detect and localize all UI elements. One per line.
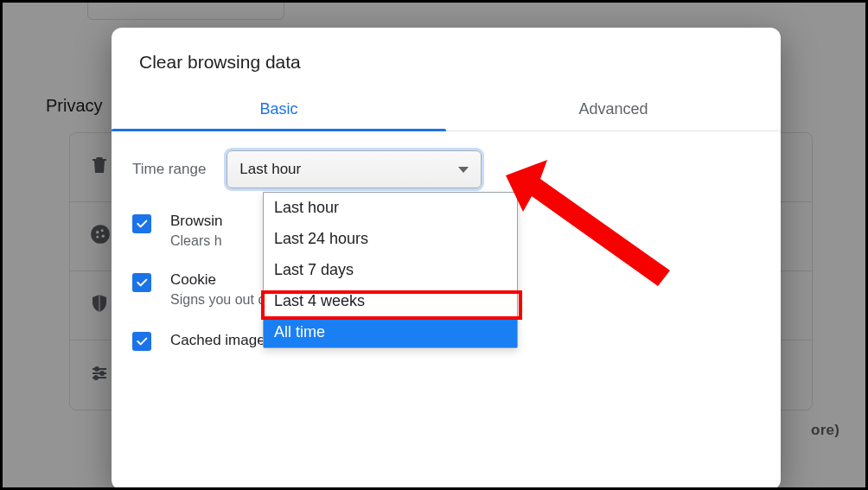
time-range-selected-value: Last hour — [239, 161, 301, 178]
time-range-label: Time range — [132, 161, 206, 178]
tab-basic-label: Basic — [259, 100, 297, 118]
time-range-option[interactable]: Last 7 days — [264, 255, 517, 286]
checkbox-browsing-history[interactable] — [132, 214, 151, 233]
tab-advanced[interactable]: Advanced — [446, 88, 781, 130]
dialog-body: Time range Last hour Last hour Last 24 h… — [112, 131, 781, 392]
time-range-option[interactable]: Last 24 hours — [264, 224, 517, 255]
option-title: Browsin — [170, 213, 222, 230]
time-range-row: Time range Last hour Last hour Last 24 h… — [132, 150, 760, 188]
checkbox-cookies[interactable] — [132, 273, 151, 292]
tab-advanced-label: Advanced — [578, 100, 648, 118]
option-subtitle: Clears h — [170, 233, 222, 249]
time-range-dropdown: Last hour Last 24 hours Last 7 days Last… — [263, 192, 518, 348]
check-icon — [135, 217, 149, 231]
chevron-down-icon — [458, 167, 469, 173]
dialog-tabs: Basic Advanced — [112, 88, 781, 131]
option-browsing-history-text: Browsin Clears h — [170, 213, 222, 249]
tab-basic[interactable]: Basic — [112, 88, 446, 130]
checkbox-cached-images[interactable] — [132, 332, 151, 351]
time-range-option-all-time[interactable]: All time — [264, 317, 517, 348]
time-range-option[interactable]: Last 4 weeks — [264, 286, 517, 317]
dialog-title: Clear browsing data — [112, 28, 781, 88]
time-range-option[interactable]: Last hour — [264, 193, 517, 224]
clear-browsing-data-dialog: Clear browsing data Basic Advanced Time … — [112, 28, 781, 487]
check-icon — [135, 334, 149, 348]
check-icon — [135, 276, 149, 290]
time-range-select[interactable]: Last hour — [227, 150, 482, 188]
